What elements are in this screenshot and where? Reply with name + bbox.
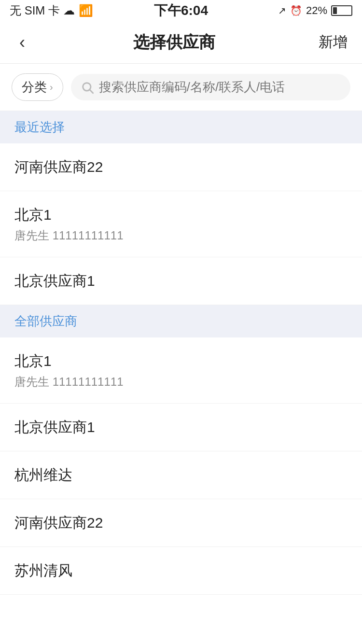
status-right: ↗ ⏰ 22%	[278, 4, 352, 17]
status-left: 无 SIM 卡 ☁ 📶	[10, 3, 93, 18]
all-list-item[interactable]: 北京1唐先生 11111111111	[0, 337, 362, 404]
all-list-item[interactable]: 杭州维达	[0, 451, 362, 499]
battery-percentage: 22%	[306, 4, 327, 17]
status-bar: 无 SIM 卡 ☁ 📶 下午6:04 ↗ ⏰ 22%	[0, 0, 362, 21]
item-name: 北京供应商1	[14, 271, 348, 291]
chevron-right-icon: ›	[50, 82, 53, 93]
item-name: 苏州清风	[14, 560, 348, 581]
status-time: 下午6:04	[154, 1, 208, 20]
category-label: 分类	[22, 79, 47, 96]
search-bar: 分类 ›	[0, 64, 362, 111]
wifi-icon: 📶	[79, 4, 93, 17]
recent-list-item[interactable]: 北京1唐先生 11111111111	[0, 191, 362, 257]
category-filter-button[interactable]: 分类 ›	[12, 73, 63, 101]
all-list-item[interactable]: 河南供应商22	[0, 499, 362, 547]
item-name: 北京1	[14, 351, 348, 371]
nav-bar: ‹ 选择供应商 新增	[0, 21, 362, 64]
all-list-item[interactable]: 北京供应商1	[0, 404, 362, 451]
search-wrapper	[71, 74, 350, 100]
item-name: 杭州维达	[14, 465, 348, 485]
recent-section-header: 最近选择	[0, 111, 362, 143]
all-items-list: 北京1唐先生 11111111111北京供应商1杭州维达河南供应商22苏州清风	[0, 337, 362, 595]
alarm-icon: ⏰	[290, 5, 302, 16]
recent-list-item[interactable]: 河南供应商22	[0, 143, 362, 191]
recent-items-list: 河南供应商22北京1唐先生 11111111111北京供应商1	[0, 143, 362, 305]
all-section-label: 全部供应商	[14, 314, 77, 328]
location-icon: ↗	[278, 5, 286, 16]
item-sub: 唐先生 11111111111	[14, 374, 348, 390]
all-section-header: 全部供应商	[0, 305, 362, 337]
all-list-item[interactable]: 苏州清风	[0, 547, 362, 595]
recent-list-item[interactable]: 北京供应商1	[0, 257, 362, 305]
item-name: 北京供应商1	[14, 417, 348, 437]
sim-label: 无 SIM 卡 ☁	[10, 3, 75, 18]
back-button[interactable]: ‹	[14, 28, 30, 57]
item-name: 河南供应商22	[14, 513, 348, 533]
item-name: 北京1	[14, 205, 348, 225]
page-title: 选择供应商	[133, 31, 215, 54]
battery-icon	[331, 5, 352, 16]
item-sub: 唐先生 11111111111	[14, 228, 348, 243]
recent-section-label: 最近选择	[14, 120, 65, 134]
svg-line-1	[90, 90, 93, 93]
search-input[interactable]	[99, 80, 341, 95]
item-name: 河南供应商22	[14, 157, 348, 177]
add-new-button[interactable]: 新增	[319, 32, 348, 52]
search-icon	[81, 81, 94, 94]
